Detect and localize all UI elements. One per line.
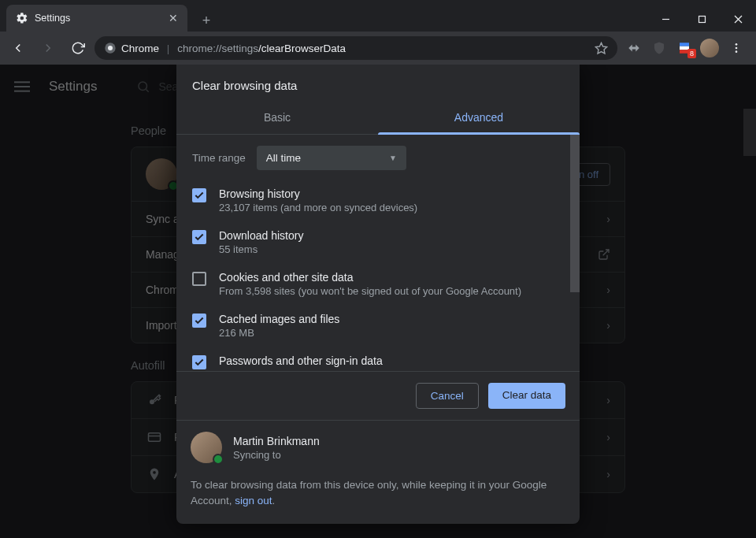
sync-badge-icon — [213, 454, 224, 465]
clear-data-option: Download history55 items — [192, 223, 564, 265]
option-title: Browsing history — [219, 187, 417, 200]
checkbox[interactable] — [192, 272, 206, 286]
extension-flag-icon[interactable]: 8 — [673, 36, 696, 60]
checkbox[interactable] — [192, 188, 206, 202]
profile-avatar-button[interactable] — [698, 36, 721, 60]
cancel-button[interactable]: Cancel — [416, 383, 479, 409]
svg-point-5 — [108, 46, 113, 50]
time-range-select[interactable]: All time ▼ — [257, 146, 406, 170]
checkbox[interactable] — [192, 355, 206, 369]
menu-button[interactable] — [723, 35, 750, 61]
checkbox[interactable] — [192, 314, 206, 328]
svg-rect-7 — [680, 43, 689, 46]
extension-ublock-icon[interactable] — [647, 36, 671, 60]
browser-toolbar: Chrome | chrome://settings/clearBrowserD… — [0, 32, 756, 65]
url-text: chrome://settings/clearBrowserData — [177, 43, 346, 54]
checkbox[interactable] — [192, 230, 206, 244]
svg-point-11 — [736, 47, 738, 50]
forward-button[interactable] — [35, 35, 61, 61]
clear-data-option: Cached images and files216 MB — [192, 306, 564, 348]
reload-button[interactable] — [65, 35, 91, 61]
chrome-chip: Chrome | — [104, 42, 169, 54]
maximize-button[interactable] — [684, 6, 720, 32]
gear-icon — [16, 12, 28, 24]
chevron-down-icon: ▼ — [389, 154, 397, 162]
dialog-title: Clear browsing data — [176, 65, 580, 100]
dialog-footer-note: To clear browsing data from this device … — [176, 474, 580, 524]
time-range-label: Time range — [192, 152, 246, 164]
tab-title: Settings — [35, 13, 161, 24]
dialog-profile-row: Martin Brinkmann Syncing to — [176, 420, 580, 474]
clear-browsing-data-dialog: Clear browsing data Basic Advanced Time … — [176, 65, 580, 524]
dialog-profile-name: Martin Brinkmann — [233, 435, 320, 447]
option-desc: 9 passwords (synced) — [219, 369, 383, 371]
close-tab-icon[interactable]: ✕ — [167, 12, 180, 24]
window-controls — [647, 6, 756, 32]
settings-page: Settings Search settings People Martin B… — [0, 65, 756, 538]
dialog-scrollbar[interactable] — [570, 135, 580, 371]
dialog-body: Time range All time ▼ Browsing history23… — [176, 135, 580, 371]
dialog-scrollbar-thumb[interactable] — [570, 135, 580, 292]
extension-privacy-icon[interactable] — [622, 36, 646, 60]
option-desc: 55 items — [219, 243, 303, 255]
svg-point-10 — [736, 43, 738, 46]
bookmark-star-icon[interactable] — [595, 42, 608, 55]
svg-point-12 — [736, 50, 738, 53]
time-range-value: All time — [266, 152, 301, 164]
clear-data-option: Passwords and other sign-in data9 passwo… — [192, 348, 564, 371]
extension-badge: 8 — [687, 49, 696, 58]
clear-data-button[interactable]: Clear data — [488, 383, 565, 409]
tab-advanced[interactable]: Advanced — [378, 100, 580, 134]
option-desc: 216 MB — [219, 327, 339, 339]
new-tab-button[interactable]: + — [195, 9, 217, 32]
back-button[interactable] — [5, 35, 32, 61]
option-desc: From 3,598 sites (you won't be signed ou… — [219, 285, 521, 297]
dialog-tabs: Basic Advanced — [176, 100, 580, 135]
option-title: Cookies and other site data — [219, 271, 521, 284]
chip-divider: | — [164, 43, 169, 54]
tab-basic[interactable]: Basic — [176, 100, 378, 134]
option-title: Passwords and other sign-in data — [219, 354, 383, 367]
address-bar[interactable]: Chrome | chrome://settings/clearBrowserD… — [94, 36, 617, 60]
svg-rect-1 — [699, 16, 705, 22]
option-title: Download history — [219, 229, 303, 242]
option-desc: 23,107 items (and more on synced devices… — [219, 202, 417, 213]
dialog-profile-sync: Syncing to — [233, 449, 320, 461]
avatar-icon — [700, 39, 719, 58]
close-window-button[interactable] — [720, 6, 756, 32]
minimize-button[interactable] — [647, 6, 684, 32]
browser-tab[interactable]: Settings ✕ — [6, 5, 187, 32]
option-title: Cached images and files — [219, 313, 339, 325]
svg-marker-6 — [595, 43, 606, 53]
sign-out-link[interactable]: sign out — [235, 495, 272, 506]
clear-data-option: Browsing history23,107 items (and more o… — [192, 181, 564, 223]
clear-data-option: Cookies and other site dataFrom 3,598 si… — [192, 265, 564, 306]
extension-icons: 8 — [621, 35, 751, 61]
window-titlebar: Settings ✕ + — [0, 0, 756, 32]
chrome-chip-label: Chrome — [121, 43, 159, 54]
dialog-actions: Cancel Clear data — [176, 371, 580, 420]
